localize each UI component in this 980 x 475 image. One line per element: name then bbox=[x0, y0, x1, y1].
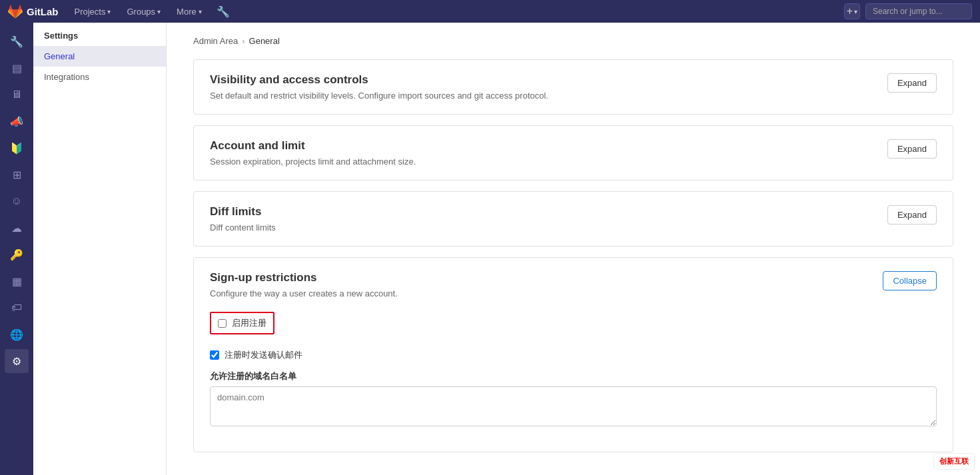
search-bar[interactable]: Search or jump to... bbox=[865, 3, 972, 19]
section-visibility-title: Visibility and access controls bbox=[210, 73, 874, 87]
section-signup-desc: Configure the way a user creates a new a… bbox=[210, 288, 869, 298]
watermark: 创新互联 bbox=[933, 453, 975, 470]
section-signup-title: Sign-up restrictions bbox=[210, 271, 869, 284]
rail-megaphone-icon[interactable]: 📣 bbox=[5, 109, 29, 133]
send-confirm-email-row[interactable]: 注册时发送确认邮件 bbox=[210, 349, 937, 361]
rail-gear-icon[interactable]: ⚙ bbox=[5, 349, 29, 373]
rail-wrench-icon[interactable]: 🔧 bbox=[5, 29, 29, 53]
rail-tag-icon[interactable]: 🏷 bbox=[5, 296, 29, 320]
section-diff: Diff limits Diff content limits Expand bbox=[193, 191, 953, 246]
section-account: Account and limit Session expiration, pr… bbox=[193, 125, 953, 181]
section-visibility: Visibility and access controls Set defau… bbox=[193, 59, 953, 115]
new-item-button[interactable]: + ▾ bbox=[844, 3, 860, 19]
send-confirm-email-label: 注册时发送确认邮件 bbox=[225, 349, 302, 361]
rail-globe-icon[interactable]: 🌐 bbox=[5, 322, 29, 346]
send-confirm-email-checkbox[interactable] bbox=[210, 350, 219, 360]
nav-projects[interactable]: Projects ▾ bbox=[69, 0, 117, 23]
rail-emoji-icon[interactable]: ☺ bbox=[5, 189, 29, 213]
breadcrumb-separator: › bbox=[242, 36, 245, 46]
groups-chevron-icon: ▾ bbox=[157, 8, 161, 15]
signup-form-body: 启用注册 注册时发送确认邮件 允许注册的域名白名单 bbox=[194, 312, 953, 452]
enable-signup-checkbox[interactable] bbox=[218, 319, 227, 328]
breadcrumb-parent[interactable]: Admin Area bbox=[193, 36, 238, 46]
visibility-expand-button[interactable]: Expand bbox=[887, 73, 937, 93]
section-signup: Sign-up restrictions Configure the way a… bbox=[193, 257, 953, 452]
breadcrumb: Admin Area › General bbox=[193, 36, 953, 46]
rail-table-icon[interactable]: ▦ bbox=[5, 269, 29, 293]
diff-expand-button[interactable]: Expand bbox=[887, 205, 937, 225]
rail-list-icon[interactable]: ▤ bbox=[5, 56, 29, 80]
section-account-desc: Session expiration, projects limit and a… bbox=[210, 157, 874, 167]
plus-chevron-icon: ▾ bbox=[854, 8, 857, 15]
rail-monitor-icon[interactable]: 🖥 bbox=[5, 83, 29, 107]
gitlab-logo[interactable]: GitLab bbox=[8, 4, 59, 19]
content-area: Admin Area › General Visibility and acce… bbox=[167, 23, 980, 475]
breadcrumb-current: General bbox=[249, 36, 280, 46]
top-navigation: GitLab Projects ▾ Groups ▾ More ▾ 🔧 + ▾ … bbox=[0, 0, 980, 23]
enable-signup-row[interactable]: 启用注册 bbox=[210, 312, 274, 334]
sidebar-settings: Settings General Integrations bbox=[33, 23, 167, 475]
rail-cloud-icon[interactable]: ☁ bbox=[5, 216, 29, 240]
nav-groups[interactable]: Groups ▾ bbox=[121, 0, 166, 23]
section-diff-title: Diff limits bbox=[210, 205, 874, 219]
sidebar-item-general[interactable]: General bbox=[33, 46, 166, 67]
account-expand-button[interactable]: Expand bbox=[887, 139, 937, 159]
section-diff-desc: Diff content limits bbox=[210, 223, 874, 233]
rail-grid-icon[interactable]: ⊞ bbox=[5, 163, 29, 187]
nav-more[interactable]: More ▾ bbox=[171, 0, 207, 23]
section-visibility-desc: Set default and restrict visibility leve… bbox=[210, 91, 874, 101]
domain-whitelist-label: 允许注册的域名白名单 bbox=[210, 370, 937, 382]
rail-key-icon[interactable]: 🔑 bbox=[5, 242, 29, 266]
admin-wrench-icon[interactable]: 🔧 bbox=[213, 5, 234, 18]
more-chevron-icon: ▾ bbox=[199, 8, 202, 15]
signup-collapse-button[interactable]: Collapse bbox=[883, 271, 937, 290]
logo-text: GitLab bbox=[27, 6, 59, 17]
rail-badge-icon[interactable]: 🔰 bbox=[5, 136, 29, 160]
sidebar-icon-rail: 🔧 ▤ 🖥 📣 🔰 ⊞ ☺ ☁ 🔑 ▦ 🏷 🌐 ⚙ bbox=[0, 23, 33, 475]
sidebar-section-title: Settings bbox=[33, 23, 166, 46]
sidebar-item-integrations[interactable]: Integrations bbox=[33, 67, 166, 87]
enable-signup-label: 启用注册 bbox=[232, 317, 266, 329]
domain-whitelist-textarea[interactable] bbox=[210, 386, 937, 426]
projects-chevron-icon: ▾ bbox=[107, 8, 111, 15]
section-account-title: Account and limit bbox=[210, 139, 874, 153]
